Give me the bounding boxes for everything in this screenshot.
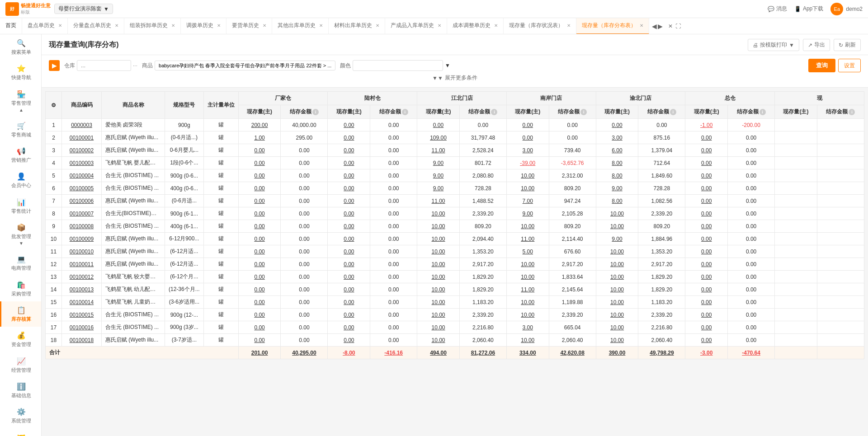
cell-lucun-qty[interactable]: 0.00 [328, 131, 370, 144]
query-button[interactable]: 查询 [808, 59, 835, 72]
cell-total-qty[interactable]: 0.00 [685, 220, 728, 233]
user-info[interactable]: Ea demo2 [830, 3, 863, 15]
cell-nanan-qty[interactable]: 10.00 [506, 182, 549, 195]
info-icon[interactable]: i [760, 109, 766, 115]
cell-total-qty[interactable]: 0.00 [685, 144, 728, 157]
cell-yubei-qty[interactable]: 10.00 [596, 309, 638, 321]
cell-changsha-qty[interactable]: 200.00 [238, 119, 281, 131]
summary-total-qty[interactable]: -3.00 [685, 347, 728, 359]
cell-total-qty[interactable]: 0.00 [685, 169, 728, 182]
info-icon[interactable]: i [491, 109, 497, 115]
cell-code[interactable]: 00100012 [62, 271, 102, 283]
cell-lucun-qty[interactable]: 0.00 [328, 258, 370, 271]
cell-total-qty[interactable]: 0.00 [685, 271, 728, 283]
sidebar-item-ecom[interactable]: 💻 电商管理 [0, 250, 41, 276]
cell-code[interactable]: 00100003 [62, 157, 102, 169]
cell-lucun-qty[interactable]: 0.00 [328, 195, 370, 207]
cell-yubei-qty[interactable]: 10.00 [596, 207, 638, 220]
warehouse-dots[interactable]: ··· [133, 62, 137, 69]
sidebar-item-system[interactable]: ⚙️ 系统管理 [0, 403, 41, 428]
info-icon[interactable]: i [580, 109, 587, 115]
sidebar-item-retail-mgmt[interactable]: 🏪 零售管理 ▲ [0, 85, 41, 117]
cell-lucun-qty[interactable]: 0.00 [328, 119, 370, 131]
cell-code[interactable]: 00100018 [62, 334, 102, 347]
cell-changsha-qty[interactable]: 0.00 [238, 233, 281, 245]
cell-lucun-qty[interactable]: 0.00 [328, 233, 370, 245]
sidebar-item-wholesale[interactable]: 📦 批发管理 ▼ [0, 219, 41, 250]
tab-requisition[interactable]: 要货单历史 ✕ [226, 18, 272, 34]
expand-conditions-btn[interactable]: ▼▼ 展开更多条件 [432, 74, 477, 82]
cell-yubei-qty[interactable]: 10.00 [596, 271, 638, 283]
summary-jiangbei-qty[interactable]: 494.00 [417, 347, 460, 359]
close-icon[interactable]: ✕ [567, 23, 571, 28]
cell-yubei-qty[interactable]: 10.00 [596, 220, 638, 233]
cell-code[interactable]: 0000003 [62, 119, 102, 131]
cell-lucun-qty[interactable]: 0.00 [328, 334, 370, 347]
cell-changsha-qty[interactable]: 0.00 [238, 207, 281, 220]
sidebar-item-basic[interactable]: ℹ️ 基础信息 [0, 378, 41, 403]
nav-expand-icon[interactable]: ⛶ [675, 23, 681, 29]
cell-nanan-qty[interactable]: 10.00 [506, 258, 549, 271]
cell-lucun-qty[interactable]: 0.00 [328, 309, 370, 321]
cell-yubei-qty[interactable]: 0.00 [596, 119, 638, 131]
cell-total-qty[interactable]: 0.00 [685, 334, 728, 347]
cell-jiangbei-qty[interactable]: 11.00 [417, 195, 460, 207]
sidebar-item-nav[interactable]: ⭐ 快捷导航 [0, 60, 41, 85]
cell-jiangbei-qty[interactable]: 9.00 [417, 169, 460, 182]
cell-lucun-qty[interactable]: 0.00 [328, 144, 370, 157]
cell-changsha-qty[interactable]: 0.00 [238, 169, 281, 182]
sidebar-item-member[interactable]: 👤 会员中心 [0, 168, 41, 193]
cell-yubei-qty[interactable]: 10.00 [596, 321, 638, 334]
cell-total-qty[interactable]: 0.00 [685, 157, 728, 169]
cell-code[interactable]: 00100011 [62, 258, 102, 271]
cell-jiangbei-qty[interactable]: 9.00 [417, 157, 460, 169]
sidebar-item-collab[interactable]: 🤝 企业协同 [0, 428, 41, 436]
cell-yubei-qty[interactable]: 8.00 [596, 169, 638, 182]
info-icon[interactable]: i [849, 109, 855, 115]
cell-yubei-qty[interactable]: 9.00 [596, 182, 638, 195]
close-icon[interactable]: ✕ [115, 23, 118, 28]
cell-changsha-qty[interactable]: 0.00 [238, 258, 281, 271]
cell-nanan-qty[interactable]: 5.00 [506, 245, 549, 258]
nav-close-icon[interactable]: ✕ [668, 23, 673, 29]
cell-lucun-qty[interactable]: 0.00 [328, 157, 370, 169]
cell-total-qty[interactable]: 0.00 [685, 283, 728, 296]
cell-total-qty[interactable]: 0.00 [685, 296, 728, 309]
cell-lucun-qty[interactable]: 0.00 [328, 245, 370, 258]
cell-jiangbei-qty[interactable]: 10.00 [417, 296, 460, 309]
cell-nanan-qty[interactable]: 9.00 [506, 207, 549, 220]
filter-toggle-btn[interactable]: ▶ [49, 60, 60, 71]
cell-total-qty[interactable]: 0.00 [685, 195, 728, 207]
color-input[interactable] [353, 60, 443, 71]
cell-jiangbei-qty[interactable]: 109.00 [417, 131, 460, 144]
cell-total-qty[interactable]: 0.00 [685, 182, 728, 195]
info-icon[interactable]: i [312, 109, 319, 115]
cell-yubei-qty[interactable]: 3.00 [596, 131, 638, 144]
summary-nanan-qty[interactable]: 334.00 [506, 347, 549, 359]
close-icon[interactable]: ✕ [640, 23, 643, 28]
tab-inventory-check[interactable]: 盘点单历史 ✕ [22, 18, 68, 34]
cell-jiangbei-qty[interactable]: 10.00 [417, 245, 460, 258]
tab-other-out[interactable]: 其他出库单历史 ✕ [272, 18, 329, 34]
cell-total-qty[interactable]: 0.00 [685, 233, 728, 245]
color-dropdown-icon[interactable]: ▼ [445, 62, 450, 69]
cell-nanan-qty[interactable]: 3.00 [506, 144, 549, 157]
setting-button[interactable]: 设置 [838, 59, 861, 72]
cell-jiangbei-qty[interactable]: 10.00 [417, 258, 460, 271]
cell-nanan-qty[interactable]: 10.00 [506, 220, 549, 233]
cell-lucun-qty[interactable]: 0.00 [328, 207, 370, 220]
cell-jiangbei-qty[interactable]: 10.00 [417, 220, 460, 233]
cell-changsha-qty[interactable]: 0.00 [238, 157, 281, 169]
cell-changsha-qty[interactable]: 0.00 [238, 182, 281, 195]
cell-code[interactable]: 00100004 [62, 169, 102, 182]
print-button[interactable]: 🖨 按模版打印 ▼ [748, 39, 799, 51]
sidebar-item-inventory[interactable]: 📋 库存核算 [0, 301, 41, 327]
cell-nanan-qty[interactable]: 3.00 [506, 321, 549, 334]
store-selector[interactable]: 母婴行业演示陈套 ▼ [54, 4, 113, 14]
cell-total-qty[interactable]: 0.00 [685, 321, 728, 334]
cell-yubei-qty[interactable]: 10.00 [596, 283, 638, 296]
cell-lucun-qty[interactable]: 0.00 [328, 283, 370, 296]
tab-stock-distribution[interactable]: 现存量（库存分布表） ✕ [576, 18, 649, 34]
nav-next-arrow[interactable]: ▶ [658, 23, 663, 30]
cell-lucun-qty[interactable]: 0.00 [328, 321, 370, 334]
